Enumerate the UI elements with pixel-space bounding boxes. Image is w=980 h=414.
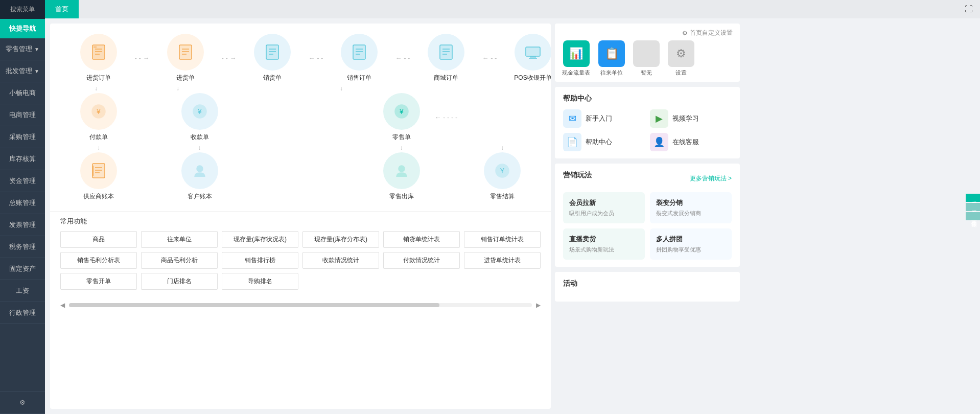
mkt-live[interactable]: 直播卖货 场景式购物新玩法	[563, 228, 645, 260]
sidebar-item-asset[interactable]: 固定资产	[0, 258, 45, 280]
func-goods[interactable]: 商品	[60, 231, 137, 248]
scroll-right-arrow[interactable]: ▶	[536, 302, 541, 309]
sidebar-item-tax[interactable]: 税务管理	[0, 236, 45, 258]
sidebar-item-ecommerce[interactable]: 小畅电商	[0, 82, 45, 104]
func-sales-rank[interactable]: 销售排行榜	[222, 252, 298, 269]
func-sales-margin[interactable]: 销售毛利分析表	[60, 252, 137, 269]
qi-partners[interactable]: 📋 往来单位	[598, 40, 625, 77]
help-label: 视频学习	[672, 114, 699, 123]
wf-label: 进货单	[176, 74, 195, 82]
mkt-group[interactable]: 多人拼团 拼团购物享受优惠	[650, 228, 732, 260]
wf-payment[interactable]: ¥ 付款单	[65, 93, 132, 142]
wf-pos[interactable]: POS收银开单	[500, 34, 551, 82]
wf-customer-ledger[interactable]: 客户账本	[167, 152, 233, 201]
tab-home[interactable]: 首页	[45, 0, 79, 18]
sidebar-item-salary[interactable]: 工资	[0, 280, 45, 302]
wf-shop-order[interactable]: 商城订单	[413, 34, 479, 82]
wf-retail-out[interactable]: 零售出库	[368, 152, 435, 201]
sidebar-item-inventory[interactable]: 库存核算	[0, 148, 45, 170]
func-receipt-stats[interactable]: 收款情况统计	[302, 252, 379, 269]
arrow-right: - - →	[132, 54, 152, 62]
float-service-btn[interactable]: 客服热线	[966, 194, 980, 202]
func-guide-rank[interactable]: 导购排名	[222, 273, 298, 290]
wf-retail-settle[interactable]: ¥ 零售结算	[469, 152, 535, 201]
retail-out-icon	[383, 152, 420, 189]
fullscreen-button[interactable]: ⛶	[963, 3, 975, 16]
mkt-member[interactable]: 会员拉新 吸引用户成为会员	[563, 192, 645, 223]
wf-sales-bill[interactable]: 销货单	[239, 34, 306, 82]
sales-bill-icon	[254, 34, 291, 71]
sidebar-item-finance[interactable]: 资金管理	[0, 170, 45, 192]
wf-label: 商城订单	[434, 74, 458, 82]
settings-icon: ⚙	[668, 40, 694, 67]
purchase-bill-icon	[167, 34, 204, 71]
mkt-item-title: 直播卖货	[569, 235, 639, 244]
marketing-section: 营销玩法 更多营销玩法 > 会员拉新 吸引用户成为会员 裂变分销 裂变式发展分销…	[555, 164, 740, 267]
wf-receipt[interactable]: ¥ 收款单	[167, 93, 233, 142]
svg-point-41	[197, 166, 203, 172]
mkt-fission[interactable]: 裂变分销 裂变式发展分销商	[650, 192, 732, 223]
qi-empty[interactable]: 暂无	[633, 40, 660, 77]
wf-label: POS收银开单	[514, 74, 551, 82]
mkt-item-title: 会员拉新	[569, 198, 639, 208]
func-purchase-stats[interactable]: 进货单统计表	[464, 252, 541, 269]
float-community-btn[interactable]: 服务社区	[966, 203, 980, 211]
help-center-section: 帮助中心 ✉ 新手入门 ▶ 视频学习 📄 帮助中心 👤	[555, 87, 740, 158]
wf-label: 供应商账本	[83, 192, 114, 201]
quick-nav[interactable]: 快捷导航	[0, 19, 45, 38]
func-payment-stats[interactable]: 付款情况统计	[383, 252, 460, 269]
func-goods-margin[interactable]: 商品毛利分析	[141, 252, 218, 269]
help-center-title: 帮助中心	[563, 94, 732, 103]
func-store-rank[interactable]: 门店排名	[141, 273, 218, 290]
sidebar-item-ecom-mgmt[interactable]: 电商管理	[0, 104, 45, 126]
wf-label: 零售结算	[490, 192, 515, 201]
activity-title: 活动	[563, 279, 732, 288]
func-stock-dist[interactable]: 现存量(库存分布表)	[302, 231, 379, 248]
customer-ledger-icon	[181, 152, 218, 189]
homepage-settings[interactable]: ⚙ 首页自定义设置	[562, 29, 733, 37]
scrollbar: ◀ ▶	[50, 297, 551, 313]
qi-settings[interactable]: ⚙ 设置	[668, 40, 694, 77]
sidebar: 搜索菜单 快捷导航 零售管理 ▼ 批发管理 ▼ 小畅电商 电商管理 采购管理 库…	[0, 0, 45, 414]
help-online-service[interactable]: 👤 在线客服	[650, 133, 732, 151]
wf-purchase-order[interactable]: 进货订单	[65, 34, 132, 82]
help-label: 帮助中心	[586, 137, 612, 147]
help-doc-icon: 📄	[563, 133, 581, 151]
sidebar-item-invoice[interactable]: 发票管理	[0, 214, 45, 236]
arrow-from-pos: ← - - - -	[435, 113, 470, 121]
scroll-left-arrow[interactable]: ◀	[60, 302, 65, 309]
svg-text:¥: ¥	[500, 167, 504, 175]
wf-purchase-bill[interactable]: 进货单	[152, 34, 219, 82]
svg-text:¥: ¥	[399, 107, 404, 116]
retail-icon: ¥	[383, 93, 420, 130]
sidebar-item-admin[interactable]: 行政管理	[0, 302, 45, 324]
more-marketing-link[interactable]: 更多营销玩法 >	[690, 174, 732, 183]
func-sales-order-stats[interactable]: 销售订单统计表	[464, 231, 541, 248]
qi-cashflow[interactable]: 📊 现金流量表	[562, 40, 590, 77]
scrollbar-track[interactable]	[69, 303, 532, 307]
help-center-item[interactable]: 📄 帮助中心	[563, 133, 645, 151]
down-arrow-1: ↓	[65, 85, 127, 92]
arrow-left2: ← - -	[392, 54, 413, 62]
svg-rect-25	[526, 47, 540, 56]
func-stock-status[interactable]: 现存量(库存状况表)	[222, 231, 298, 248]
sidebar-item-retail[interactable]: 零售管理 ▼	[0, 38, 45, 60]
search-menu[interactable]: 搜索菜单	[0, 0, 45, 19]
common-functions-section: 常用功能 商品 往来单位 现存量(库存状况表) 现存量(库存分布表) 销货单统计…	[50, 211, 551, 297]
sidebar-item-ledger[interactable]: 总账管理	[0, 192, 45, 214]
func-partners[interactable]: 往来单位	[141, 231, 218, 248]
wf-supplier-ledger[interactable]: 供应商账本	[65, 152, 132, 201]
settings-button[interactable]: ⚙	[0, 391, 45, 414]
wf-retail[interactable]: ¥ 零售单	[368, 93, 435, 142]
sidebar-item-purchase[interactable]: 采购管理	[0, 126, 45, 148]
workflow-row2: ¥ 付款单 ¥ 收款单	[65, 93, 535, 142]
sidebar-item-wholesale[interactable]: 批发管理 ▼	[0, 60, 45, 82]
func-retail-order[interactable]: 零售开单	[60, 273, 137, 290]
quick-icons-row: 📊 现金流量表 📋 往来单位 暂无 ⚙ 设置	[562, 40, 733, 77]
help-beginner[interactable]: ✉ 新手入门	[563, 109, 645, 128]
service-icon: 👤	[650, 133, 668, 151]
help-video[interactable]: ▶ 视频学习	[650, 109, 732, 128]
float-desktop-btn[interactable]: 桌面快捷	[966, 212, 980, 220]
wf-sales-order[interactable]: 销售订单	[326, 34, 392, 82]
func-sales-stats[interactable]: 销货单统计表	[383, 231, 460, 248]
